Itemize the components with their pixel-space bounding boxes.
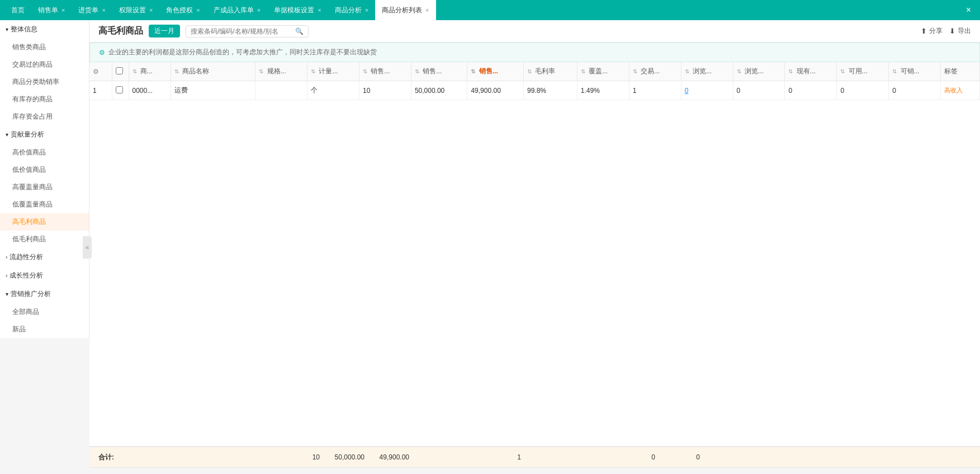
sidebar-item-high-coverage[interactable]: 高覆盖量商品 (0, 179, 89, 196)
table-row: 1 0000... 运费 个 10 50,000.00 49,900.00 99… (89, 81, 980, 100)
close-template-icon[interactable]: × (318, 7, 321, 13)
close-product-analysis-icon[interactable]: × (365, 7, 368, 13)
settings-icon[interactable]: ⚙ (93, 68, 99, 76)
sidebar-item-low-coverage[interactable]: 低覆盖量商品 (0, 196, 89, 213)
col-browse1: ⇅ 浏览... (681, 62, 733, 81)
sidebar-group-overall[interactable]: ▾ 整体信息 (0, 20, 89, 39)
sidebar-wrapper: ▾ 整体信息 销售类商品 交易过的商品 商品分类助销率 有库存的商品 库存资金占… (0, 20, 89, 474)
sidebar-item-traded-goods[interactable]: 交易过的商品 (0, 56, 89, 73)
content-area: 高毛利商品 近一月 🔍 ⬆ 分享 ⬇ 导出 ⚙ 企业的主要的利润都是这部分商品创… (89, 20, 980, 474)
page-title: 高毛利商品 (98, 25, 143, 37)
nav-product-inbound[interactable]: 产成品入库单 × (207, 0, 267, 20)
arrow-growth-icon: › (6, 273, 7, 279)
info-icon: ⚙ (99, 49, 105, 57)
arrow-contribution-icon: ▾ (6, 132, 8, 138)
sidebar-item-high-margin[interactable]: 高毛利商品 (0, 213, 89, 231)
top-navigation: 首页 销售单 × 进货单 × 权限设置 × 角色授权 × 产成品入库单 × 单据… (0, 0, 980, 20)
sidebar-group-contribution[interactable]: ▾ 贡献量分析 (0, 125, 89, 144)
cell-stock-avail: 0 (837, 81, 889, 100)
tag-badge: 高收入 (944, 87, 963, 93)
sidebar-item-sales-goods[interactable]: 销售类商品 (0, 39, 89, 56)
select-all-checkbox[interactable] (116, 67, 123, 74)
col-browse2: ⇅ 浏览... (733, 62, 785, 81)
sidebar-group-growth[interactable]: › 成长性分析 (0, 266, 89, 285)
cell-browse1: 0 (681, 81, 733, 100)
sidebar-group-marketing-items: 全部商品 新品 (0, 303, 89, 338)
sidebar-group-contribution-items: 高价值商品 低价值商品 高覆盖量商品 低覆盖量商品 高毛利商品 低毛利商品 (0, 144, 89, 248)
sidebar-item-low-margin[interactable]: 低毛利商品 (0, 231, 89, 248)
cell-index: 1 (89, 81, 112, 100)
sidebar-item-high-value[interactable]: 高价值商品 (0, 144, 89, 161)
footer-sales-qty: 10 (278, 453, 323, 461)
arrow-trend-icon: › (6, 254, 7, 260)
footer-empty-3 (524, 453, 614, 461)
nav-template-settings[interactable]: 单据模板设置 × (267, 0, 328, 20)
cell-stock-cur: 0 (785, 81, 837, 100)
cell-sales-cost: 49,900.00 (467, 81, 524, 100)
row-checkbox[interactable] (116, 86, 123, 93)
footer-sales-amount: 50,000.00 (323, 453, 368, 461)
export-button[interactable]: ⬇ 导出 (949, 26, 971, 36)
nav-sales-order[interactable]: 销售单 × (31, 0, 72, 20)
nav-product-analysis[interactable]: 商品分析 × (328, 0, 375, 20)
cell-check (112, 81, 129, 100)
export-icon: ⬇ (949, 27, 955, 35)
nav-home[interactable]: 首页 (4, 0, 31, 20)
nav-permission-settings[interactable]: 权限设置 × (112, 0, 159, 20)
filter-period-button[interactable]: 近一月 (149, 25, 180, 37)
horizontal-scrollbar[interactable] (89, 467, 980, 474)
cell-sales-amount: 50,000.00 (411, 81, 467, 100)
col-stock-sell: ⇅ 可销... (889, 62, 941, 81)
search-input[interactable] (191, 27, 293, 35)
footer-label: 合计: (98, 453, 132, 462)
nav-purchase-order[interactable]: 进货单 × (72, 0, 112, 20)
col-unit: ⇅ 计量... (307, 62, 359, 81)
footer-empty-1 (132, 453, 278, 461)
footer-stock-avail: 0 (659, 453, 703, 461)
table-container: ⚙ ⇅ 商... ⇅ 商品名称 (89, 62, 980, 446)
sidebar-item-category-rate[interactable]: 商品分类助销率 (0, 73, 89, 91)
cell-browse2: 0 (733, 81, 785, 100)
col-cover-rate: ⇅ 覆盖... (577, 62, 629, 81)
search-icon[interactable]: 🔍 (295, 27, 304, 35)
nav-role-auth[interactable]: 角色授权 × (159, 0, 206, 20)
col-code: ⇅ 商... (129, 62, 171, 81)
sidebar-item-all-goods[interactable]: 全部商品 (0, 303, 89, 321)
col-name: ⇅ 商品名称 (171, 62, 255, 81)
close-sales-order-icon[interactable]: × (61, 7, 65, 13)
close-permission-icon[interactable]: × (149, 7, 153, 13)
content-header: 高毛利商品 近一月 🔍 ⬆ 分享 ⬇ 导出 (89, 20, 980, 43)
sidebar: ▾ 整体信息 销售类商品 交易过的商品 商品分类助销率 有库存的商品 库存资金占… (0, 20, 89, 338)
sidebar-group-marketing[interactable]: ▾ 营销推广分析 (0, 285, 89, 303)
close-analysis-list-icon[interactable]: × (425, 7, 429, 13)
search-box: 🔍 (186, 25, 309, 37)
close-role-auth-icon[interactable]: × (196, 7, 200, 13)
sidebar-item-stock-funds[interactable]: 库存资金占用 (0, 108, 89, 125)
sidebar-item-low-value[interactable]: 低价值商品 (0, 161, 89, 179)
browse1-link[interactable]: 0 (685, 87, 689, 95)
cell-code: 0000... (129, 81, 171, 100)
info-bar: ⚙ 企业的主要的利润都是这部分商品创造的，可考虑加大推广，同时关注库存是不要出现… (89, 43, 980, 62)
cell-gross-rate: 99.8% (523, 81, 577, 100)
sidebar-collapse-button[interactable]: « (83, 236, 92, 259)
cell-cover-rate: 1.49% (577, 81, 629, 100)
footer-columns: 10 50,000.00 49,900.00 1 0 0 (132, 453, 971, 461)
share-icon: ⬆ (921, 27, 927, 35)
footer-sales-cost: 49,900.00 (368, 453, 413, 461)
share-button[interactable]: ⬆ 分享 (921, 26, 943, 36)
nav-product-analysis-list[interactable]: 商品分析列表 × (375, 0, 435, 20)
arrow-overall-icon: ▾ (6, 26, 8, 32)
close-purchase-order-icon[interactable]: × (102, 7, 105, 13)
sidebar-item-stocked-goods[interactable]: 有库存的商品 (0, 91, 89, 108)
sidebar-item-new-goods[interactable]: 新品 (0, 321, 89, 338)
sidebar-group-trend[interactable]: › 流趋性分析 (0, 248, 89, 266)
col-gross-rate: ⇅ 毛利率 (523, 62, 577, 81)
col-sales-amount: ⇅ 销售... (411, 62, 467, 81)
footer-totals: 合计: 10 50,000.00 49,900.00 1 0 0 (89, 446, 980, 467)
col-sales-cost: ⇅ 销售... (467, 62, 524, 81)
footer-stock-cur: 0 (614, 453, 659, 461)
col-trade: ⇅ 交易... (629, 62, 681, 81)
close-product-inbound-icon[interactable]: × (257, 7, 261, 13)
col-sales-qty: ⇅ 销售... (359, 62, 411, 81)
close-all-tabs-icon[interactable]: × (962, 5, 976, 15)
